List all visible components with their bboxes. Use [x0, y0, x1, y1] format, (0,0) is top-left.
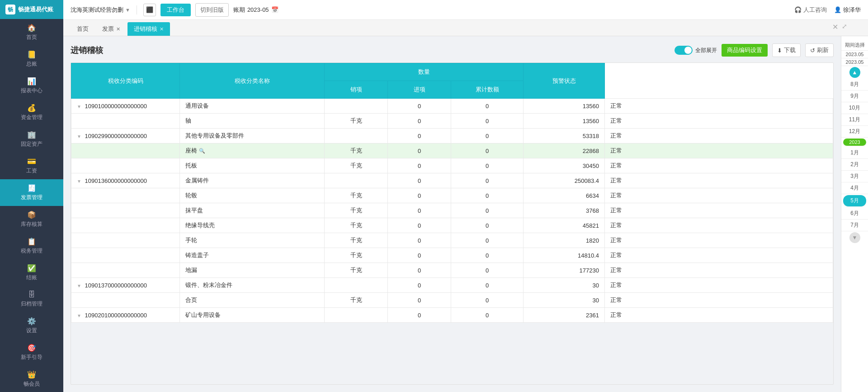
funds-icon: 💰: [27, 104, 36, 112]
table-cell-name: 锻件、粉末冶金件: [180, 278, 325, 293]
expand-icon[interactable]: ▼: [77, 283, 81, 288]
sidebar-item-reports[interactable]: 📊 报表中心: [0, 72, 63, 99]
sidebar-item-ledger[interactable]: 📒 总账: [0, 46, 63, 72]
help-icon: 🎧: [794, 6, 802, 13]
period-month-2[interactable]: 2月: [841, 159, 868, 171]
table-row: [71, 143, 180, 158]
reports-icon: 📊: [27, 77, 36, 86]
tab-reconcile[interactable]: 进销稽核 ✕: [127, 22, 170, 36]
table-cell-unit: [325, 129, 388, 143]
sidebar-item-settlement[interactable]: ✅ 结账: [0, 259, 63, 286]
search-icon[interactable]: 🔍: [199, 148, 205, 153]
sidebar-item-inventory[interactable]: 📦 库存核算: [0, 206, 63, 233]
period-down-arrow[interactable]: ▼: [849, 232, 860, 243]
period-month-3[interactable]: 3月: [841, 171, 868, 182]
download-button[interactable]: ⬇ 下载: [772, 43, 801, 57]
period-month-6[interactable]: 6月: [841, 208, 868, 220]
company-selector[interactable]: 沈海英测试经营勿删 ▼: [71, 6, 130, 14]
sidebar-item-funds[interactable]: 💰 资金管理: [0, 99, 63, 126]
help-button[interactable]: 🎧 人工咨询: [794, 6, 827, 14]
sidebar-item-assets[interactable]: 🏢 固定资产: [0, 126, 63, 153]
sidebar-item-label: 发票管理: [21, 194, 42, 201]
sidebar-item-label: 总账: [26, 60, 37, 68]
save-button[interactable]: ⬛: [143, 4, 156, 16]
tab-reconcile-label: 进销稽核: [134, 25, 157, 33]
sidebar-item-archive[interactable]: 🗄 归档管理: [0, 286, 63, 312]
table-cell-status: 正常: [605, 173, 833, 188]
table-cell-sales: 0: [388, 99, 451, 114]
period-month-9[interactable]: 9月: [841, 91, 868, 102]
col-tax-name: 税收分类名称: [180, 63, 325, 99]
period-label: 账期: [233, 6, 245, 14]
topbar: 沈海英测试经营勿删 ▼ ⬛ 工作台 切到旧版 账期 2023-05 📅 🎧 人工…: [63, 0, 868, 20]
period-up-arrow[interactable]: ▲: [849, 67, 860, 78]
sidebar-item-label: 设置: [26, 327, 37, 335]
expand-icon[interactable]: ▼: [77, 313, 81, 318]
sidebar-item-member[interactable]: 👑 畅会员: [0, 366, 63, 392]
refresh-icon: ↺: [810, 47, 815, 54]
product-code-button[interactable]: 商品编码设置: [722, 44, 768, 57]
table-cell-unit: 千克: [325, 218, 388, 233]
expand-toggle[interactable]: [675, 46, 693, 55]
tab-reconcile-close-icon[interactable]: ✕: [160, 26, 164, 32]
table-cell-status: 正常: [605, 293, 833, 308]
toggle-label: 全部展开: [695, 47, 717, 54]
period-month-1[interactable]: 1月: [841, 147, 868, 159]
table-cell-name: 绝缘导线壳: [180, 218, 325, 233]
sidebar-item-salary[interactable]: 💳 工资: [0, 153, 63, 179]
table-cell-sales: 0: [388, 173, 451, 188]
calendar-icon[interactable]: 📅: [271, 6, 278, 13]
period-month-12[interactable]: 12月: [841, 126, 868, 138]
period-month-10[interactable]: 10月: [841, 102, 868, 114]
sidebar-item-label: 首页: [26, 33, 37, 41]
page-header: 进销稽核 全部展开 商品编码设置 ⬇ 下载 ↺ 刷新: [71, 43, 834, 57]
table-cell-unit: 千克: [325, 233, 388, 248]
period-month-4[interactable]: 4月: [841, 182, 868, 194]
sidebar-item-label: 库存核算: [21, 220, 42, 228]
expand-icon[interactable]: ▼: [77, 179, 81, 184]
table-cell-status: 正常: [605, 99, 833, 114]
refresh-button[interactable]: ↺ 刷新: [805, 43, 834, 57]
table-cell-status: 正常: [605, 233, 833, 248]
sidebar-item-home[interactable]: 🏠 首页: [0, 19, 63, 46]
sidebar-item-label: 报表中心: [21, 87, 42, 95]
period-month-7[interactable]: 7月: [841, 220, 868, 231]
switch-old-button[interactable]: 切到旧版: [195, 3, 229, 17]
sidebar-item-tax[interactable]: 📋 税务管理: [0, 233, 63, 259]
sidebar-item-guide[interactable]: 🎯 新手引导: [0, 339, 63, 366]
table-cell-purchase: 0: [451, 99, 524, 114]
table-cell-unit: 千克: [325, 293, 388, 308]
table-cell-sales: 0: [388, 308, 451, 323]
table-row: [71, 158, 180, 173]
table-cell-purchase: 0: [451, 308, 524, 323]
sidebar-item-label: 工资: [26, 167, 37, 175]
col-purchase: 进项: [388, 81, 451, 99]
tab-home[interactable]: 首页: [71, 22, 95, 36]
sidebar-item-settings[interactable]: ⚙️ 设置: [0, 312, 63, 339]
help-label: 人工咨询: [803, 6, 827, 14]
topbar-right: 🎧 人工咨询 👤 徐泽华: [794, 6, 861, 14]
period-month-11[interactable]: 11月: [841, 114, 868, 126]
table-cell-purchase: 0: [451, 218, 524, 233]
expand-icon[interactable]: ▼: [77, 134, 81, 139]
table-cell-sales: 0: [388, 158, 451, 173]
tab-invoice[interactable]: 发票 ✕: [96, 22, 127, 36]
table-row: ▼ 1090299000000000000: [71, 129, 180, 143]
assets-icon: 🏢: [27, 130, 36, 139]
table-row: ▼ 1090137000000000000: [71, 278, 180, 293]
period-month-8[interactable]: 8月: [841, 79, 868, 91]
company-name: 沈海英测试经营勿删: [71, 6, 123, 14]
workbench-button[interactable]: 工作台: [160, 4, 191, 16]
tab-invoice-close-icon[interactable]: ✕: [116, 26, 120, 32]
table-cell-sales: 0: [388, 129, 451, 143]
table-cell-unit: [325, 99, 388, 114]
table-row: [71, 114, 180, 129]
expand-icon[interactable]: ▼: [77, 104, 81, 109]
period-month-5[interactable]: 5月: [843, 195, 866, 207]
invoice-icon: 🧾: [27, 184, 36, 192]
table-cell-sales: 0: [388, 218, 451, 233]
table-cell-unit: 千克: [325, 248, 388, 263]
sidebar-item-invoice[interactable]: 🧾 发票管理: [0, 179, 63, 206]
table-cell-sales: 0: [388, 263, 451, 278]
table-cell-name: 抹平盘: [180, 203, 325, 218]
